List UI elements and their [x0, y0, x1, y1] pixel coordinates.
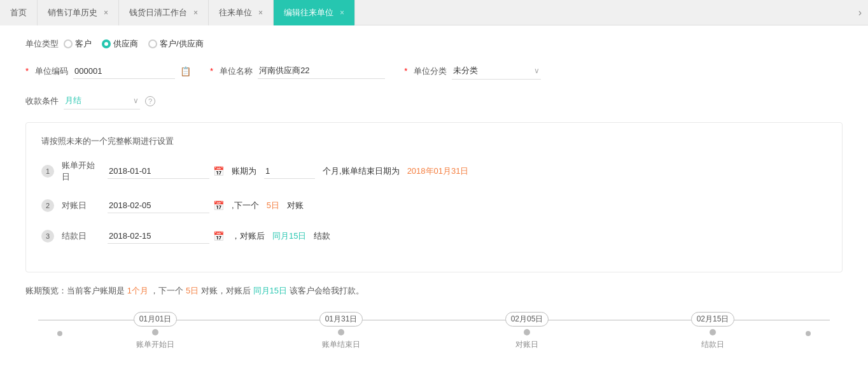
tab-partner-unit-close[interactable]: × — [258, 8, 263, 17]
payment-terms-value: 月结 — [65, 95, 130, 106]
row-1-label: 账单开始日 — [62, 160, 100, 183]
payment-terms-item: 收款条件 月结 ∨ ? — [25, 92, 155, 109]
unit-type-label: 单位类型 — [25, 38, 59, 50]
row-2-num: 2 — [41, 199, 54, 212]
reconcile-date-cal-icon[interactable]: 📅 — [213, 201, 224, 211]
preview-label: 账期预览：当前客户账期是 — [25, 286, 125, 295]
row-start-date: 1 账单开始日 📅 账期为 个月,账单结束日期为 2018年01月31日 — [41, 160, 827, 183]
tab-sales-history-close[interactable]: × — [104, 8, 108, 17]
unit-code-copy-icon[interactable]: 📋 — [180, 66, 191, 76]
tab-home-label: 首页 — [10, 7, 27, 18]
timeline-node-3: 02月05日 对账日 — [505, 312, 549, 350]
preview-part2: 5日 — [186, 286, 199, 295]
unit-type-row: 单位类型 客户 供应商 客户/供应商 — [25, 38, 843, 50]
unit-code-label: 单位编码 — [35, 66, 68, 77]
unit-details-row: * 单位编码 📋 * 单位名称 * 单位分类 未分类 ∨ — [25, 62, 843, 80]
timeline-node-2: 01月31日 账单结束日 — [319, 312, 363, 350]
unit-name-label: 单位名称 — [220, 66, 253, 77]
timeline-label-1: 账单开始日 — [136, 339, 174, 350]
radio-supplier[interactable]: 供应商 — [102, 38, 138, 50]
tab-partner-unit[interactable]: 往来单位 × — [209, 0, 274, 25]
timeline-dot-2 — [338, 329, 344, 335]
timeline-label-4: 结款日 — [701, 339, 724, 350]
timeline-node-4: 02月15日 结款日 — [691, 312, 735, 350]
period-settings-section: 请按照未来的一个完整帐期进行设置 1 账单开始日 📅 账期为 个月,账单结束日期… — [25, 122, 843, 272]
preview-part3: 同月15日 — [253, 286, 287, 295]
radio-both[interactable]: 客户/供应商 — [148, 38, 204, 50]
timeline-dot-3 — [524, 329, 530, 335]
tab-cash-workbench[interactable]: 钱货日清工作台 × — [119, 0, 209, 25]
radio-both-label: 客户/供应商 — [160, 38, 204, 50]
row-2-day-highlight: 5日 — [267, 200, 279, 211]
row-1-end-date: 2018年01月31日 — [407, 165, 469, 177]
payment-terms-dropdown[interactable]: 月结 ∨ — [64, 92, 140, 109]
preview-part1-connector: ，下一个 — [150, 286, 183, 295]
tab-expand-button[interactable]: › — [852, 7, 868, 18]
preview-part3-connector: 该客户会给我打款。 — [290, 286, 364, 295]
main-content: 单位类型 客户 供应商 客户/供应商 * 单位编码 — [0, 25, 868, 387]
timeline-badge-2: 01月31日 — [319, 312, 363, 327]
payment-terms-help-icon[interactable]: ? — [145, 96, 155, 106]
tab-sales-history[interactable]: 销售订单历史 × — [38, 0, 119, 25]
row-1-date-wrap: 📅 — [108, 164, 224, 179]
radio-group-unit-type: 客户 供应商 客户/供应商 — [64, 38, 204, 50]
timeline-start-dot — [57, 331, 62, 336]
tab-edit-partner-close[interactable]: × — [340, 8, 344, 17]
payment-date-input[interactable] — [108, 229, 209, 244]
unit-category-value: 未分类 — [453, 65, 531, 76]
radio-supplier-circle — [102, 39, 111, 48]
tab-cash-workbench-close[interactable]: × — [193, 8, 198, 17]
tab-edit-partner-label: 编辑往来单位 — [284, 7, 333, 18]
start-date-cal-icon[interactable]: 📅 — [213, 166, 224, 176]
row-3-day-highlight: 同月15日 — [272, 230, 306, 242]
row-2-suffix-before: ,下一个 — [232, 200, 259, 211]
section-title: 请按照未来的一个完整帐期进行设置 — [41, 136, 827, 147]
timeline-dot-1 — [152, 329, 158, 335]
row-payment-date: 3 结款日 📅 ，对账后 同月15日 结款 — [41, 229, 827, 244]
timeline-label-2: 账单结束日 — [322, 339, 360, 350]
row-2-label: 对账日 — [62, 200, 100, 211]
unit-name-item: * 单位名称 — [210, 64, 385, 79]
unit-code-star: * — [25, 66, 29, 76]
radio-supplier-label: 供应商 — [113, 38, 138, 50]
timeline-container: 01月01日 账单开始日 01月31日 账单结束日 02月05日 对账日 0 — [25, 312, 843, 350]
timeline-node-1: 01月01日 账单开始日 — [134, 312, 178, 350]
row-2-date-wrap: 📅 — [108, 198, 224, 213]
unit-category-select[interactable]: 未分类 ∨ — [452, 62, 541, 80]
unit-category-arrow-icon: ∨ — [534, 66, 540, 75]
radio-customer-circle — [64, 39, 73, 48]
radio-both-circle — [148, 39, 157, 48]
unit-name-input[interactable] — [258, 64, 385, 79]
unit-code-item: * 单位编码 📋 — [25, 64, 191, 79]
tab-partner-unit-label: 往来单位 — [219, 7, 252, 18]
unit-category-item: * 单位分类 未分类 ∨ — [404, 62, 541, 80]
row-2-suffix-after: 对账 — [287, 200, 304, 211]
row-3-suffix-before: ，对账后 — [232, 230, 265, 242]
timeline-badge-1: 01月01日 — [134, 312, 178, 327]
radio-customer-label: 客户 — [75, 38, 92, 50]
tab-cash-workbench-label: 钱货日清工作台 — [129, 7, 187, 18]
row-reconcile-date: 2 对账日 📅 ,下一个 5日 对账 — [41, 198, 827, 213]
tab-sales-history-label: 销售订单历史 — [48, 7, 97, 18]
timeline-badge-4: 02月15日 — [691, 312, 735, 327]
unit-category-star: * — [404, 66, 407, 76]
preview-part1: 1个月 — [127, 286, 148, 295]
preview-section: 账期预览：当前客户账期是 1个月 ，下一个 5日 对账，对账后 同月15日 该客… — [25, 285, 843, 297]
unit-code-input[interactable] — [73, 64, 175, 79]
payment-terms-arrow-icon: ∨ — [133, 96, 139, 105]
timeline-label-3: 对账日 — [515, 339, 538, 350]
row-1-period-suffix: 个月,账单结束日期为 — [323, 165, 400, 177]
tab-edit-partner[interactable]: 编辑往来单位 × — [274, 0, 355, 25]
radio-customer[interactable]: 客户 — [64, 38, 92, 50]
reconcile-date-input[interactable] — [108, 198, 209, 213]
timeline-badge-3: 02月05日 — [505, 312, 549, 327]
start-date-input[interactable] — [108, 164, 209, 179]
timeline-dot-4 — [710, 329, 716, 335]
tab-home[interactable]: 首页 — [0, 0, 38, 25]
timeline-end-dot — [806, 331, 811, 336]
period-value-input[interactable] — [264, 164, 315, 179]
payment-date-cal-icon[interactable]: 📅 — [213, 231, 224, 241]
payment-terms-row: 收款条件 月结 ∨ ? — [25, 92, 843, 109]
row-3-label: 结款日 — [62, 230, 100, 242]
row-3-num: 3 — [41, 230, 54, 243]
